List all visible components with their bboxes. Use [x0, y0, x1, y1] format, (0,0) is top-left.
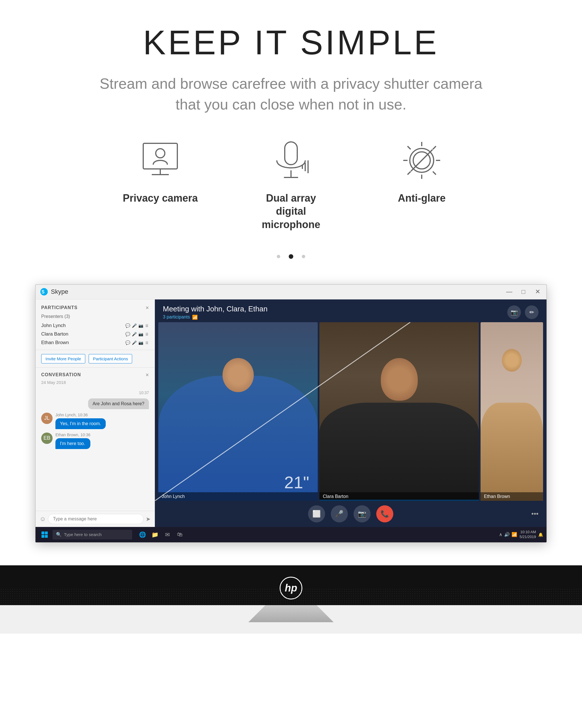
video-area: Meeting with John, Clara, Ethan 3 partic…	[155, 300, 547, 527]
send-button[interactable]: ➤	[146, 516, 150, 522]
sun-slash-icon	[399, 138, 444, 183]
john-head	[223, 358, 254, 392]
screen-icon-3: 🖥	[145, 340, 149, 345]
skype-window: S Skype — □ ✕ PARTICIPANTS × Pre	[35, 284, 547, 543]
dot-3[interactable]	[302, 255, 305, 258]
taskbar-clock[interactable]: 10:10 AM 5/21/2019	[520, 530, 536, 540]
dot-2[interactable]	[289, 254, 293, 259]
cam-icon-2: 📷	[138, 332, 143, 336]
video-settings-button[interactable]: ✏	[525, 306, 538, 319]
carousel-dots	[28, 254, 554, 259]
speaker-icon[interactable]: 🔊	[504, 532, 510, 537]
minimize-button[interactable]: —	[505, 288, 514, 295]
screen-share-button[interactable]: ⬜	[308, 505, 325, 522]
top-section: KEEP IT SIMPLE Stream and browse carefre…	[0, 0, 582, 284]
participant-icons-ethan: 💬 🎤 📷 🖥	[125, 340, 149, 345]
svg-line-16	[433, 172, 436, 175]
svg-rect-25	[45, 531, 48, 534]
network-icon[interactable]: 📶	[511, 532, 517, 537]
dot-1[interactable]	[277, 255, 280, 258]
monitor-person-icon	[138, 138, 183, 183]
taskbar-time-value: 10:10 AM	[520, 530, 536, 535]
taskbar-store-icon[interactable]: 🛍	[174, 529, 186, 540]
message-input[interactable]	[48, 514, 143, 524]
video-cell-john: 21" John Lynch	[158, 322, 318, 501]
chat-icon: 💬	[125, 323, 130, 328]
conversation-section: CONVERSATION × 24 May 2018 10:37 Are Joh…	[35, 368, 155, 527]
ethan-video-bg	[480, 322, 543, 501]
taskbar-notif-icons: ∧ 🔊 📶	[499, 532, 517, 537]
end-call-button[interactable]: 📞	[376, 505, 393, 522]
signal-icon: 📶	[192, 314, 198, 320]
maximize-button[interactable]: □	[519, 288, 528, 295]
conversation-date: 24 May 2018	[35, 380, 155, 388]
microphone-icon	[268, 138, 314, 183]
video-header: Meeting with John, Clara, Ethan 3 partic…	[155, 300, 547, 322]
taskbar-search-box[interactable]: 🔍 Type here to search	[53, 530, 132, 540]
hp-bar: hp	[0, 565, 582, 605]
invite-more-button[interactable]: Invite More People	[41, 354, 85, 363]
participant-icons-john: 💬 🎤 📷 🖥	[125, 323, 149, 328]
hp-dotted-bg	[0, 588, 582, 605]
start-button[interactable]	[39, 529, 50, 540]
svg-rect-4	[285, 142, 297, 165]
ethan-message-content: Ethan Brown, 10:36 I'm here too.	[55, 433, 90, 449]
svg-rect-0	[143, 143, 177, 169]
taskbar-mail-icon[interactable]: ✉	[162, 529, 173, 540]
video-meeting-title: Meeting with John, Clara, Ethan	[163, 305, 268, 313]
ethan-message-row: EB Ethan Brown, 10:36 I'm here too.	[41, 433, 149, 449]
mic-icon-3: 🎤	[132, 340, 137, 345]
title-bar-controls: — □ ✕	[505, 288, 542, 295]
participant-actions-button[interactable]: Participant Actions	[89, 354, 132, 363]
skype-body: PARTICIPANTS × Presenters (3) John Lynch…	[35, 300, 547, 527]
video-controls: ⬜ 🎤 📷 📞 •••	[155, 501, 547, 527]
participant-name-ethan: Ethan Brown	[41, 340, 69, 345]
svg-rect-24	[41, 531, 44, 534]
participants-title: PARTICIPANTS	[41, 305, 78, 310]
laptop-stand	[0, 605, 582, 633]
left-panel: PARTICIPANTS × Presenters (3) John Lynch…	[35, 300, 155, 527]
video-camera-toggle-button[interactable]: 📷	[507, 306, 521, 319]
feature-privacy-camera: Privacy camera	[118, 138, 203, 232]
feature-anti-glare: Anti-glare	[379, 138, 464, 232]
participants-close[interactable]: ×	[145, 305, 149, 311]
taskbar-folder-icon[interactable]: 📁	[149, 529, 161, 540]
john-message-row: JL John Lynch, 10:36 Yes, I'm in the roo…	[41, 413, 149, 429]
taskbar-edge-icon[interactable]: 🌐	[137, 529, 148, 540]
app-name-label: Skype	[51, 288, 68, 295]
video-cell-ethan: Ethan Brown	[480, 322, 543, 501]
presenters-subtitle: Presenters (3)	[41, 314, 149, 319]
chat-timestamp: 10:37	[41, 390, 149, 395]
ethan-bubble: I'm here too.	[55, 438, 90, 449]
participant-row: John Lynch 💬 🎤 📷 🖥	[41, 321, 149, 330]
emoji-button[interactable]: ☺	[39, 515, 46, 523]
svg-rect-26	[41, 535, 44, 538]
mic-icon: 🎤	[132, 323, 137, 328]
taskbar-search-icon: 🔍	[56, 532, 62, 537]
title-bar: S Skype — □ ✕	[35, 285, 547, 300]
chevron-up-icon[interactable]: ∧	[499, 532, 502, 537]
conversation-close[interactable]: ×	[145, 372, 149, 378]
close-button[interactable]: ✕	[533, 288, 542, 295]
chat-area: 10:37 Are John and Rosa here? JL John Ly…	[35, 388, 155, 511]
svg-text:S: S	[41, 289, 45, 294]
message-input-bar: ☺ ➤	[35, 511, 155, 527]
title-bar-left: S Skype	[40, 288, 68, 296]
more-options-button[interactable]: •••	[531, 510, 538, 518]
mic-toggle-button[interactable]: 🎤	[331, 505, 348, 522]
stand-shape	[248, 605, 334, 622]
page-subtitle: Stream and browse carefree with a privac…	[92, 73, 490, 115]
chat-bubble-outgoing: Are John and Rosa here?	[88, 398, 149, 409]
notification-icon[interactable]: 🔔	[538, 532, 543, 537]
screen-icon-2: 🖥	[145, 332, 149, 336]
participant-name-clara: Clara Barton	[41, 331, 68, 337]
taskbar-apps: 🌐 📁 ✉ 🛍	[137, 529, 186, 540]
camera-toggle-button[interactable]: 📷	[354, 505, 370, 522]
taskbar-right: ∧ 🔊 📶 10:10 AM 5/21/2019 🔔	[499, 530, 543, 540]
john-bubble: Yes, I'm in the room.	[55, 418, 106, 429]
participant-row: Clara Barton 💬 🎤 📷 🖥	[41, 330, 149, 338]
anti-glare-label: Anti-glare	[398, 192, 446, 205]
chat-icon-2: 💬	[125, 332, 130, 336]
svg-line-17	[433, 146, 436, 149]
feature-microphone: Dual arraydigital microphone	[248, 138, 334, 232]
